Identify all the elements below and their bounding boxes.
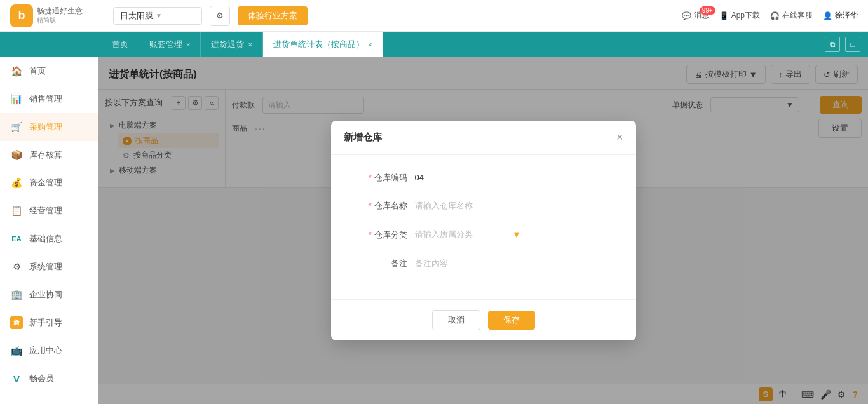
modal: 新增仓库 × 仓库编码 仓库名称 仓库分类 — [331, 121, 636, 340]
category-label: 仓库分类 — [356, 229, 407, 241]
message-icon: 💬 — [682, 11, 691, 20]
sidebar-item-purchase[interactable]: 🛒 采购管理 — [0, 113, 98, 141]
form-row-code: 仓库编码 — [356, 170, 611, 185]
tab-maximize-btn[interactable]: □ — [845, 37, 860, 52]
gear-button[interactable]: ⚙ — [210, 6, 230, 26]
tab-purchase-return-close[interactable]: × — [248, 41, 252, 48]
app-download-item[interactable]: 📱 App下载 — [719, 10, 760, 21]
header-right: 💬 消息 99+ 📱 App下载 🎧 在线客服 👤 徐泽华 — [682, 10, 858, 21]
gear-icon: ⚙ — [216, 11, 224, 20]
tab-purchase-return[interactable]: 进货退货 × — [201, 32, 262, 57]
sidebar-item-home[interactable]: 🏠 首页 — [0, 57, 98, 85]
enterprise-icon: 🏢 — [10, 288, 23, 301]
top-header: b 畅捷通好生意 精简版 日太阳膜 ▼ ⚙ 体验行业方案 💬 消息 99+ 📱 … — [0, 0, 868, 32]
finance-icon: 💰 — [10, 177, 23, 189]
note-label: 备注 — [356, 258, 407, 269]
name-label: 仓库名称 — [356, 200, 407, 212]
sidebar-item-finance[interactable]: 💰 资金管理 — [0, 169, 98, 197]
name-input[interactable] — [415, 198, 611, 213]
tab-home[interactable]: 首页 — [102, 32, 139, 57]
appcenter-icon: 📺 — [10, 344, 23, 357]
tab-restore-btn[interactable]: ⧉ — [825, 37, 840, 52]
tab-account[interactable]: 账套管理 × — [139, 32, 201, 57]
form-row-note: 备注 — [356, 256, 611, 271]
tab-purchase-stats-close[interactable]: × — [368, 41, 372, 48]
tab-purchase-return-label: 进货退货 — [211, 39, 244, 50]
sidebar: 🏠 首页 📊 销售管理 🛒 采购管理 📦 库存核算 💰 资金管理 📋 经营管理 … — [0, 57, 98, 404]
content-area: 进货单统计(按商品) 🖨 按模板打印 ▼ ↑ 导出 ↺ 刷新 — [98, 57, 868, 404]
tab-purchase-stats[interactable]: 进货单统计表（按商品） × — [263, 32, 383, 57]
logo-text: 畅捷通好生意 — [37, 6, 83, 17]
sidebar-item-system[interactable]: ⚙ 系统管理 — [0, 253, 98, 281]
modal-close-button[interactable]: × — [616, 131, 623, 144]
sales-icon: 📊 — [10, 93, 23, 105]
tab-account-close[interactable]: × — [186, 41, 190, 48]
business-icon: 📋 — [10, 205, 23, 217]
modal-title: 新增仓库 — [344, 131, 382, 144]
save-button[interactable]: 保存 — [488, 311, 535, 330]
tab-account-label: 账套管理 — [149, 39, 182, 50]
home-icon: 🏠 — [10, 65, 23, 77]
category-arrow-icon: ▼ — [513, 230, 611, 239]
sidebar-item-guide[interactable]: 新 新手引导 — [0, 309, 98, 337]
logo-sub: 精简版 — [37, 16, 83, 25]
phone-icon: 📱 — [719, 11, 729, 20]
basic-icon: EA — [10, 232, 23, 245]
user-item[interactable]: 👤 徐泽华 — [823, 10, 858, 21]
sidebar-item-inventory[interactable]: 📦 库存核算 — [0, 141, 98, 169]
user-icon: 👤 — [823, 11, 832, 20]
chevron-down-icon: ▼ — [156, 12, 162, 19]
logo-icon: b — [10, 4, 33, 27]
message-item[interactable]: 💬 消息 99+ — [682, 10, 709, 21]
main-layout: 🏠 首页 📊 销售管理 🛒 采购管理 📦 库存核算 💰 资金管理 📋 经营管理 … — [0, 57, 868, 404]
headset-icon: 🎧 — [770, 11, 780, 20]
code-label: 仓库编码 — [356, 172, 407, 184]
user-name: 徐泽华 — [835, 10, 858, 21]
sidebar-item-basic[interactable]: EA 基础信息 — [0, 225, 98, 253]
purchase-icon: 🛒 — [10, 121, 23, 133]
sidebar-item-business[interactable]: 📋 经营管理 — [0, 197, 98, 225]
modal-body: 仓库编码 仓库名称 仓库分类 请输入所属分类 ▼ — [331, 155, 636, 299]
tab-bar: 首页 账套管理 × 进货退货 × 进货单统计表（按商品） × ⧉ □ — [0, 32, 868, 57]
tab-home-label: 首页 — [112, 39, 128, 50]
service-item[interactable]: 🎧 在线客服 — [770, 10, 813, 21]
inventory-icon: 📦 — [10, 149, 23, 161]
logo-area: b 畅捷通好生意 精简版 — [10, 4, 105, 27]
message-badge: 99+ — [700, 6, 715, 15]
guide-icon: 新 — [10, 316, 23, 329]
sidebar-item-sales[interactable]: 📊 销售管理 — [0, 85, 98, 113]
trial-button[interactable]: 体验行业方案 — [238, 6, 308, 25]
form-row-category: 仓库分类 请输入所属分类 ▼ — [356, 226, 611, 243]
note-input[interactable] — [415, 256, 611, 271]
modal-footer: 取消 保存 — [331, 299, 636, 340]
system-icon: ⚙ — [10, 260, 23, 273]
form-row-name: 仓库名称 — [356, 198, 611, 213]
modal-header: 新增仓库 × — [331, 121, 636, 155]
tab-purchase-stats-label: 进货单统计表（按商品） — [273, 39, 364, 50]
category-select[interactable]: 请输入所属分类 ▼ — [415, 226, 611, 243]
cancel-button[interactable]: 取消 — [432, 310, 480, 330]
modal-overlay: 新增仓库 × 仓库编码 仓库名称 仓库分类 — [98, 57, 868, 404]
store-selector[interactable]: 日太阳膜 ▼ — [113, 7, 202, 25]
sidebar-item-enterprise[interactable]: 🏢 企业协同 — [0, 281, 98, 309]
sidebar-item-appcenter[interactable]: 📺 应用中心 — [0, 337, 98, 365]
code-input[interactable] — [415, 170, 611, 185]
